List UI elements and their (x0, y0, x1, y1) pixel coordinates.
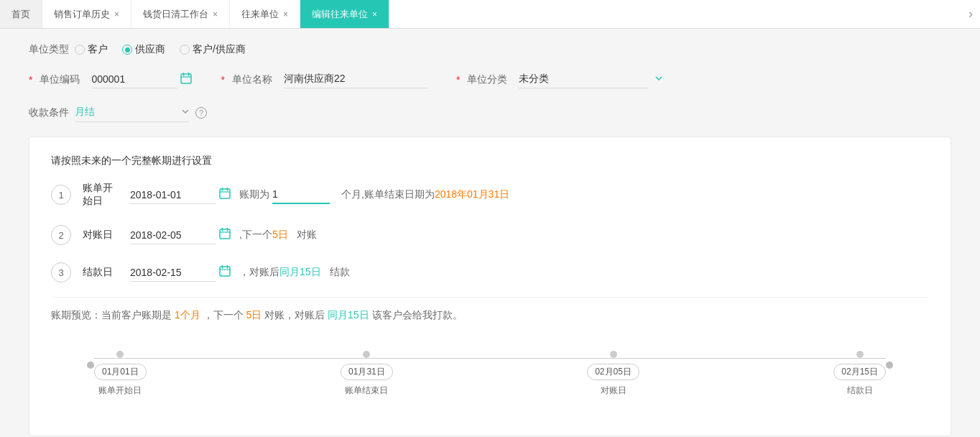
period-num-3: 3 (51, 262, 71, 282)
code-field-group: * 单位编码 (29, 70, 192, 88)
cat-label: 单位分类 (467, 73, 507, 86)
preview-divider: 账期预览：当前客户账期是 1个月 ，下一个 5日 对账，对账后 同月15日 该客… (51, 297, 929, 322)
period-label-2: 对账日 (83, 229, 119, 242)
payment-dropdown-arrow (181, 107, 190, 118)
code-input-wrap (91, 70, 192, 88)
code-label: 单位编码 (40, 73, 80, 86)
svg-rect-4 (220, 189, 230, 198)
radio-customer[interactable]: 客户 (75, 43, 108, 56)
preview-middle2: 对账，对账后 (264, 309, 325, 321)
period-date-2-wrap (130, 226, 231, 244)
preview-section: 账期预览：当前客户账期是 1个月 ，下一个 5日 对账，对账后 同月15日 该客… (51, 297, 929, 322)
timeline-sublabel-1: 账单开始日 (98, 385, 142, 397)
period-calendar-1-icon[interactable] (219, 188, 231, 202)
radio-both[interactable]: 客户/供应商 (180, 43, 246, 56)
category-input[interactable] (519, 70, 648, 88)
preview-label: 账期预览：当前客户账期是 (51, 309, 172, 321)
radio-group: 客户 供应商 客户/供应商 (75, 43, 246, 56)
timeline-dot-3 (610, 351, 617, 358)
tab-edit-close[interactable]: × (372, 9, 377, 19)
period-date-1-input[interactable] (130, 186, 216, 204)
code-calendar-icon[interactable] (180, 73, 192, 87)
period-date-3-input[interactable] (130, 264, 216, 282)
period-month-input[interactable] (272, 185, 330, 204)
preview-end: 该客户会给我打款。 (372, 309, 463, 321)
tab-sales-label: 销售订单历史 (54, 8, 110, 21)
period-row-3: 3 结款日 ，对账后 同月15日 结款 (51, 262, 929, 282)
tab-cash-close[interactable]: × (213, 9, 218, 19)
tab-bar: 首页 销售订单历史 × 钱货日清工作台 × 往来单位 × 编辑往来单位 × › (0, 0, 980, 29)
svg-rect-0 (181, 74, 191, 83)
period-date-1-wrap (130, 186, 231, 204)
period-title: 请按照未来的一个完整帐期进行设置 (51, 155, 929, 167)
radio-supplier-label: 供应商 (135, 43, 165, 56)
period-num-1: 1 (51, 185, 71, 205)
period-date-3-wrap (130, 264, 231, 282)
tab-sales-history[interactable]: 销售订单历史 × (42, 0, 131, 28)
period-desc-2b: 对账 (297, 229, 317, 242)
timeline-badge-1: 01月01日 (94, 364, 147, 380)
tab-edit-label: 编辑往来单位 (312, 8, 368, 21)
period-desc-3b: 结款 (330, 266, 350, 279)
svg-rect-8 (220, 229, 230, 239)
category-field-group: * 单位分类 (456, 70, 664, 88)
period-label-3: 结款日 (83, 266, 119, 279)
timeline: 01月01日 账单开始日 01月31日 账单结束日 02月05日 对账日 02月… (51, 344, 929, 418)
fields-row: * 单位编码 * 单位名称 * 单位 (29, 70, 951, 88)
preview-part3: 同月15日 (328, 309, 369, 321)
timeline-point-1: 01月01日 账单开始日 (94, 351, 147, 397)
timeline-points: 01月01日 账单开始日 01月31日 账单结束日 02月05日 对账日 02月… (51, 351, 929, 397)
payment-dropdown[interactable]: 月结 (75, 103, 190, 122)
category-arrow-icon[interactable] (654, 73, 664, 86)
preview-middle: ，下一个 (203, 309, 244, 321)
code-input[interactable] (91, 70, 177, 88)
period-calendar-3-icon[interactable] (219, 265, 231, 280)
period-highlight-1: 2018年01月31日 (435, 188, 509, 201)
timeline-badge-3: 02月05日 (587, 364, 639, 380)
tab-units-label: 往来单位 (241, 8, 279, 21)
timeline-badge-4: 02月15日 (833, 364, 886, 380)
timeline-start-cap (87, 362, 94, 369)
period-row-1: 1 账单开始日 账期为 个月,账单结束日期为 2018年01月31日 (51, 182, 929, 208)
period-date-2-input[interactable] (130, 226, 216, 244)
radio-supplier[interactable]: 供应商 (122, 43, 165, 56)
tab-next-arrow[interactable]: › (961, 0, 980, 28)
period-desc-1a: 账期为 (239, 188, 269, 201)
preview-part2: 5日 (246, 309, 262, 321)
radio-customer-label: 客户 (88, 43, 108, 56)
timeline-point-2: 01月31日 账单结束日 (341, 351, 393, 397)
period-box: 请按照未来的一个完整帐期进行设置 1 账单开始日 账期为 个月,账单结束日期为 (29, 137, 951, 436)
payment-help-icon[interactable]: ? (195, 107, 207, 119)
period-highlight-3: 同月15日 (279, 266, 321, 279)
timeline-dot-1 (116, 351, 124, 358)
payment-label: 收款条件 (29, 106, 69, 119)
period-calendar-2-icon[interactable] (219, 228, 231, 242)
period-desc-2a: ,下一个 (239, 229, 272, 242)
name-input[interactable] (284, 70, 427, 88)
unit-type-label: 单位类型 (29, 43, 69, 56)
tab-home[interactable]: 首页 (0, 0, 42, 28)
radio-both-circle (180, 45, 190, 55)
timeline-end-cap (886, 362, 893, 369)
timeline-dot-4 (856, 351, 864, 358)
payment-row: 收款条件 月结 ? (29, 103, 951, 122)
name-field-group: * 单位名称 (221, 70, 427, 88)
timeline-point-4: 02月15日 结款日 (833, 351, 886, 397)
payment-value: 月结 (75, 106, 177, 119)
tab-edit-units[interactable]: 编辑往来单位 × (300, 0, 389, 28)
main-content: 单位类型 客户 供应商 客户/供应商 * 单位编码 (0, 29, 980, 437)
tab-cash-label: 钱货日清工作台 (143, 8, 208, 21)
tab-units-close[interactable]: × (283, 9, 288, 19)
tab-cash-work[interactable]: 钱货日清工作台 × (131, 0, 230, 28)
timeline-sublabel-2: 账单结束日 (345, 385, 388, 397)
period-row-2: 2 对账日 ,下一个 5日 对账 (51, 225, 929, 245)
period-label-1: 账单开始日 (83, 182, 119, 208)
svg-rect-12 (220, 267, 230, 276)
tab-sales-close[interactable]: × (114, 9, 119, 19)
timeline-sublabel-3: 对账日 (601, 385, 627, 397)
tab-units[interactable]: 往来单位 × (230, 0, 300, 28)
timeline-badge-2: 01月31日 (341, 364, 393, 380)
timeline-dot-2 (363, 351, 370, 358)
preview-part1: 1个月 (175, 309, 200, 321)
period-desc-1b: 个月,账单结束日期为 (341, 188, 435, 201)
